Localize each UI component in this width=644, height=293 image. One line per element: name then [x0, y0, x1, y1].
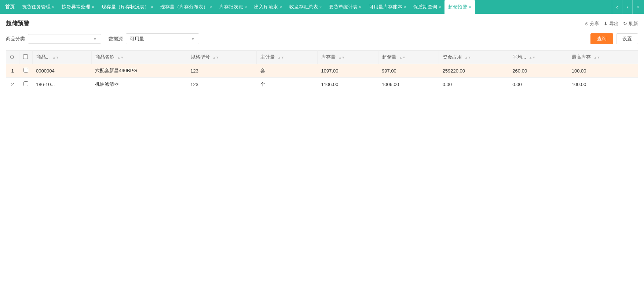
- row-avg: 0.00: [509, 78, 568, 91]
- top-nav: 首页 拣货任务管理 × 拣货异常处理 × 现存量（库存状况表） × 现存量（库存…: [0, 0, 644, 14]
- row-overstock: 997.00: [378, 64, 439, 78]
- share-button[interactable]: ⎋ 分享: [585, 21, 599, 27]
- sort-icon: ▲▼: [52, 56, 59, 59]
- page-content: 超储预警 ⎋ 分享 ⬇ 导出 ↻ 刷新 商品分类 ▼ 数据源: [0, 14, 644, 293]
- datasource-label: 数据源: [109, 36, 123, 42]
- category-chevron-icon: ▼: [93, 36, 97, 41]
- row-avg: 260.00: [509, 64, 568, 78]
- nav-close-7[interactable]: ×: [319, 5, 322, 9]
- row-capital: 0.00: [439, 78, 509, 91]
- table-row: 1 0000004 六配套新昌490BPG 123 套 1097.00 997.…: [6, 64, 638, 78]
- nav-item-11[interactable]: 超储预警 ×: [444, 0, 475, 14]
- nav-close-6[interactable]: ×: [279, 5, 282, 9]
- nav-close-4[interactable]: ×: [209, 5, 212, 9]
- row-checkbox[interactable]: [23, 81, 28, 86]
- select-all-checkbox[interactable]: [23, 54, 28, 59]
- action-buttons: 查询 设置: [590, 33, 638, 44]
- row-stock: 1106.00: [318, 78, 378, 91]
- row-num: 2: [6, 78, 19, 91]
- row-overstock: 1006.00: [378, 78, 439, 91]
- datasource-chevron-icon: ▼: [191, 36, 195, 41]
- nav-item-5[interactable]: 库存批次账 ×: [216, 0, 250, 14]
- nav-item-4[interactable]: 现存量（库存分布表） ×: [157, 0, 215, 14]
- sort-icon: ▲▼: [339, 56, 345, 59]
- row-checkbox-cell: [19, 78, 32, 91]
- code-column-header[interactable]: 商品... ▲▼: [32, 51, 91, 64]
- nav-close-1[interactable]: ×: [52, 5, 54, 9]
- sort-icon: ▲▼: [117, 56, 124, 59]
- row-code: 186-10...: [32, 78, 91, 91]
- row-maxstock: 100.00: [568, 78, 638, 91]
- row-name: 六配套新昌490BPG: [91, 64, 187, 78]
- nav-item-1[interactable]: 拣货任务管理 ×: [18, 0, 58, 14]
- settings-button[interactable]: 设置: [616, 33, 638, 44]
- refresh-icon: ↻: [623, 21, 627, 26]
- row-spec: 123: [187, 64, 257, 78]
- category-label: 商品分类: [6, 36, 25, 42]
- category-filter-group: 商品分类 ▼: [6, 34, 101, 44]
- gear-icon[interactable]: ⚙: [10, 54, 14, 60]
- page-title: 超储预警: [6, 20, 29, 27]
- sort-icon: ▲▼: [212, 56, 219, 59]
- row-unit: 个: [257, 78, 318, 91]
- nav-close-9[interactable]: ×: [404, 5, 406, 9]
- nav-item-10[interactable]: 保质期查询 ×: [410, 0, 444, 14]
- query-button[interactable]: 查询: [590, 33, 613, 44]
- settings-column-header[interactable]: ⚙: [6, 51, 19, 64]
- nav-item-9[interactable]: 可用量库存账本 ×: [365, 0, 410, 14]
- nav-close-5[interactable]: ×: [245, 5, 247, 9]
- row-maxstock: 100.00: [568, 64, 638, 78]
- row-checkbox[interactable]: [23, 68, 28, 73]
- filter-row: 商品分类 ▼ 数据源 可用量 ▼ 查询 设置: [6, 33, 638, 44]
- datasource-select[interactable]: 可用量 ▼: [126, 33, 199, 44]
- nav-item-3[interactable]: 现存量（库存状况表） ×: [98, 0, 157, 14]
- row-unit: 套: [257, 64, 318, 78]
- nav-close-3[interactable]: ×: [151, 5, 153, 9]
- table-header-row: ⚙ 商品... ▲▼ 商品名称 ▲▼ 规格型号 ▲▼ 主计: [6, 51, 638, 64]
- spec-column-header[interactable]: 规格型号 ▲▼: [187, 51, 257, 64]
- row-num: 1: [6, 64, 19, 78]
- row-checkbox-cell: [19, 64, 32, 78]
- nav-arrows: ‹ › ×: [612, 0, 643, 14]
- nav-item-7[interactable]: 收发存汇总表 ×: [286, 0, 325, 14]
- nav-item-6[interactable]: 出入库流水 ×: [250, 0, 285, 14]
- nav-item-8[interactable]: 要货单统计表 ×: [325, 0, 365, 14]
- row-name: 机油滤清器: [91, 78, 187, 91]
- nav-close-10[interactable]: ×: [439, 5, 441, 9]
- row-stock: 1097.00: [318, 64, 378, 78]
- overstock-column-header[interactable]: 超储量 ▲▼: [378, 51, 439, 64]
- export-button[interactable]: ⬇ 导出: [604, 21, 619, 27]
- page-header: 超储预警 ⎋ 分享 ⬇ 导出 ↻ 刷新: [6, 20, 638, 27]
- data-table: ⚙ 商品... ▲▼ 商品名称 ▲▼ 规格型号 ▲▼ 主计: [6, 50, 638, 91]
- share-icon: ⎋: [585, 21, 588, 26]
- nav-arrow-left[interactable]: ‹: [612, 0, 622, 14]
- sort-icon: ▲▼: [399, 56, 406, 59]
- sort-icon: ▲▼: [465, 56, 471, 59]
- checkbox-column-header: [19, 51, 32, 64]
- capital-column-header[interactable]: 资金占用 ▲▼: [439, 51, 509, 64]
- avg-column-header[interactable]: 平均... ▲▼: [509, 51, 568, 64]
- nav-close-11[interactable]: ×: [469, 5, 471, 9]
- nav-close-8[interactable]: ×: [359, 5, 361, 9]
- sort-icon: ▲▼: [594, 56, 600, 59]
- datasource-value: 可用量: [130, 36, 144, 42]
- sort-icon: ▲▼: [529, 56, 535, 59]
- nav-close-2[interactable]: ×: [92, 5, 94, 9]
- sort-icon: ▲▼: [278, 56, 284, 59]
- unit-column-header[interactable]: 主计量 ▲▼: [257, 51, 318, 64]
- nav-arrow-right[interactable]: ›: [622, 0, 632, 14]
- name-column-header[interactable]: 商品名称 ▲▼: [91, 51, 187, 64]
- nav-item-2[interactable]: 拣货异常处理 ×: [58, 0, 98, 14]
- nav-home[interactable]: 首页: [1, 0, 18, 14]
- row-code: 0000004: [32, 64, 91, 78]
- row-capital: 259220.00: [439, 64, 509, 78]
- maxstock-column-header[interactable]: 最高库存 ▲▼: [568, 51, 638, 64]
- category-select[interactable]: ▼: [28, 34, 101, 44]
- table-row: 2 186-10... 机油滤清器 123 个 1106.00 1006.00 …: [6, 78, 638, 91]
- row-spec: 123: [187, 78, 257, 91]
- export-icon: ⬇: [604, 21, 608, 26]
- datasource-filter-group: 数据源 可用量 ▼: [109, 33, 199, 44]
- nav-arrow-close[interactable]: ×: [632, 0, 643, 14]
- stock-column-header[interactable]: 库存量 ▲▼: [318, 51, 378, 64]
- refresh-button[interactable]: ↻ 刷新: [623, 21, 638, 27]
